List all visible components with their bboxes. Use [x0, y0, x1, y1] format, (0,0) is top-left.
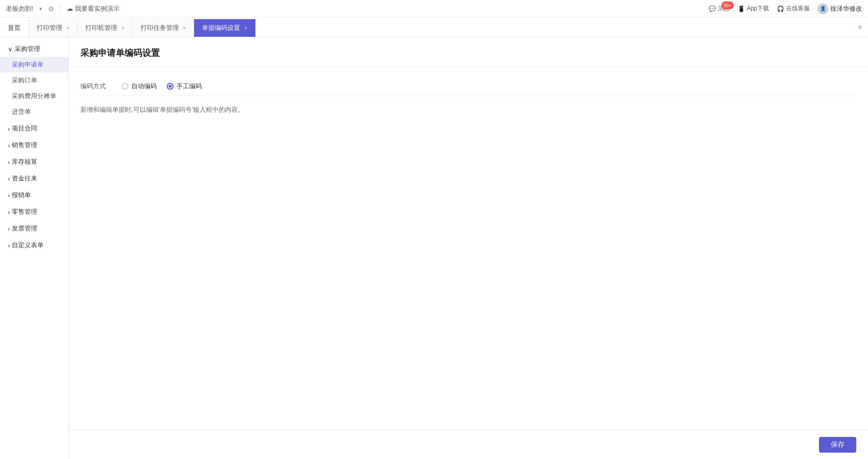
sidebar-group-retail-mgmt-title[interactable]: 零售管理	[0, 204, 68, 220]
radio-manual-circle	[167, 83, 174, 90]
demo-link[interactable]: ☁ 我要看实例演示	[67, 4, 120, 13]
sidebar-item-stock-in[interactable]: 进货单	[0, 104, 68, 120]
sidebar-group-capital-label: 资金往来	[12, 174, 37, 183]
chevron-right-icon	[8, 125, 10, 132]
message-badge: 99+	[721, 1, 734, 9]
radio-auto-circle	[122, 83, 128, 90]
message-icon: 💬	[709, 5, 716, 12]
tab-printer-mgmt-close[interactable]: ×	[121, 25, 124, 31]
tab-print-task-mgmt-label: 打印任务管理	[141, 24, 179, 32]
online-service-label: 在线客服	[786, 4, 810, 13]
sidebar-group-project-contract: 项目合同	[0, 121, 68, 136]
page-body: 编码方式 自动编码 手工编码 新增和编辑单据时,可以编辑'单据编码号'输入框中的…	[69, 67, 868, 430]
radio-auto-label: 自动编码	[131, 82, 157, 91]
top-bar: 老板勿割! ▾ ⚙ ☁ 我要看实例演示 💬 消息 99+ 📱 App下载 🎧 在…	[0, 0, 868, 18]
tab-print-mgmt-close[interactable]: ×	[66, 25, 69, 31]
chevron-right-icon7	[8, 225, 10, 232]
top-bar-left: 老板勿割! ▾ ⚙ ☁ 我要看实例演示	[6, 4, 120, 13]
app-download-button[interactable]: 📱 App下载	[738, 4, 769, 13]
sidebar-group-sales-mgmt: 销售管理	[0, 137, 68, 153]
user-menu[interactable]: 👤 徐泽华修改	[818, 3, 862, 14]
tab-home-label: 首页	[8, 24, 21, 32]
cloud-icon: ☁	[67, 5, 73, 12]
sidebar-group-retail-label: 零售管理	[12, 207, 37, 216]
sidebar-group-returns-label: 报销单	[12, 191, 31, 200]
app-download-label: App下载	[747, 4, 769, 13]
tab-print-mgmt-label: 打印管理	[37, 24, 62, 32]
tab-bar-close-all[interactable]: ×	[852, 23, 868, 32]
user-name: 徐泽华修改	[830, 4, 862, 13]
demo-text: 我要看实例演示	[75, 4, 120, 13]
phone-icon: 📱	[738, 5, 745, 12]
encoding-row: 编码方式 自动编码 手工编码	[80, 77, 856, 96]
sidebar-item-purchase-expense[interactable]: 采购费用分摊单	[0, 88, 68, 104]
main-layout: 采购管理 采购申请单 采购订单 采购费用分摊单 进货单 项目合同	[0, 37, 868, 459]
sidebar-item-purchase-request-label: 采购申请单	[12, 61, 44, 68]
tab-print-task-mgmt-close[interactable]: ×	[183, 25, 186, 31]
divider	[60, 5, 61, 13]
radio-manual[interactable]: 手工编码	[167, 82, 202, 91]
headset-icon: 🎧	[777, 5, 784, 12]
tab-printer-mgmt[interactable]: 打印机管理 ×	[77, 19, 132, 37]
sidebar-group-sales-mgmt-title[interactable]: 销售管理	[0, 137, 68, 153]
hint-text: 新增和编辑单据时,可以编辑'单据编码号'输入框中的内容。	[80, 104, 856, 115]
sidebar-item-purchase-order-label: 采购订单	[12, 76, 37, 84]
chevron-right-icon8	[8, 242, 10, 249]
sidebar-group-purchase-mgmt: 采购管理 采购申请单 采购订单 采购费用分摊单 进货单	[0, 41, 68, 120]
sidebar-group-invoice-label: 发票管理	[12, 224, 37, 233]
sidebar-group-purchase-mgmt-title[interactable]: 采购管理	[0, 41, 68, 57]
sidebar-group-inventory-title[interactable]: 库存核算	[0, 154, 68, 170]
chevron-down-icon	[8, 46, 13, 53]
save-button[interactable]: 保存	[819, 437, 856, 453]
chevron-right-icon4	[8, 175, 10, 182]
sidebar-group-custom-forms-title[interactable]: 自定义表单	[0, 237, 68, 253]
sidebar-item-purchase-request[interactable]: 采购申请单	[0, 57, 68, 73]
sidebar-group-invoice-mgmt-title[interactable]: 发票管理	[0, 221, 68, 236]
tab-print-task-mgmt[interactable]: 打印任务管理 ×	[133, 19, 194, 37]
tab-bar: 首页 打印管理 × 打印机管理 × 打印任务管理 × 单据编码设置 × ×	[0, 18, 868, 37]
sidebar-group-capital-title[interactable]: 资金往来	[0, 171, 68, 186]
radio-manual-label: 手工编码	[176, 82, 202, 91]
sidebar-group-project-contract-title[interactable]: 项目合同	[0, 121, 68, 136]
sidebar-group-custom-label: 自定义表单	[12, 241, 44, 250]
online-service-button[interactable]: 🎧 在线客服	[777, 4, 810, 13]
sidebar-group-inventory-label: 库存核算	[12, 157, 37, 166]
message-button[interactable]: 💬 消息 99+	[709, 4, 730, 13]
sidebar-group-returns-title[interactable]: 报销单	[0, 187, 68, 203]
encoding-label: 编码方式	[80, 82, 110, 91]
top-bar-right: 💬 消息 99+ 📱 App下载 🎧 在线客服 👤 徐泽华修改	[709, 3, 862, 14]
chevron-right-icon2	[8, 142, 10, 149]
sidebar-group-capital: 资金往来	[0, 171, 68, 186]
content-area: 采购申请单编码设置 编码方式 自动编码 手工编码 新增和编辑单据时,可以编辑'单…	[69, 37, 868, 459]
sidebar: 采购管理 采购申请单 采购订单 采购费用分摊单 进货单 项目合同	[0, 37, 69, 459]
tab-barcode-settings[interactable]: 单据编码设置 ×	[194, 19, 255, 37]
tab-print-mgmt[interactable]: 打印管理 ×	[29, 19, 77, 37]
sidebar-group-sales-label: 销售管理	[12, 141, 37, 150]
sidebar-item-purchase-expense-label: 采购费用分摊单	[12, 92, 56, 100]
sidebar-group-custom-forms: 自定义表单	[0, 237, 68, 253]
sidebar-group-inventory: 库存核算	[0, 154, 68, 170]
radio-group: 自动编码 手工编码	[122, 82, 202, 91]
sidebar-item-purchase-order[interactable]: 采购订单	[0, 73, 68, 88]
page-title: 采购申请单编码设置	[80, 47, 856, 59]
tab-home[interactable]: 首页	[0, 19, 29, 37]
chevron-right-icon5	[8, 192, 10, 199]
page-footer: 保存	[69, 430, 868, 459]
app-title: 老板勿割!	[6, 4, 33, 13]
sidebar-group-retail-mgmt: 零售管理	[0, 204, 68, 220]
tab-barcode-settings-close[interactable]: ×	[244, 25, 247, 31]
sidebar-group-returns: 报销单	[0, 187, 68, 203]
settings-icon[interactable]: ⚙	[48, 5, 54, 13]
page-header: 采购申请单编码设置	[69, 37, 868, 67]
sidebar-group-invoice-mgmt: 发票管理	[0, 221, 68, 236]
chevron-right-icon6	[8, 208, 10, 216]
sidebar-group-project-contract-label: 项目合同	[12, 124, 37, 133]
sidebar-item-stock-in-label: 进货单	[12, 108, 31, 115]
tab-barcode-settings-label: 单据编码设置	[202, 24, 240, 32]
chevron-right-icon3	[8, 158, 10, 166]
tab-printer-mgmt-label: 打印机管理	[85, 24, 117, 32]
avatar: 👤	[818, 3, 828, 14]
sidebar-group-purchase-label: 采购管理	[15, 45, 40, 53]
radio-auto[interactable]: 自动编码	[122, 82, 157, 91]
dropdown-arrow-icon[interactable]: ▾	[39, 5, 42, 12]
